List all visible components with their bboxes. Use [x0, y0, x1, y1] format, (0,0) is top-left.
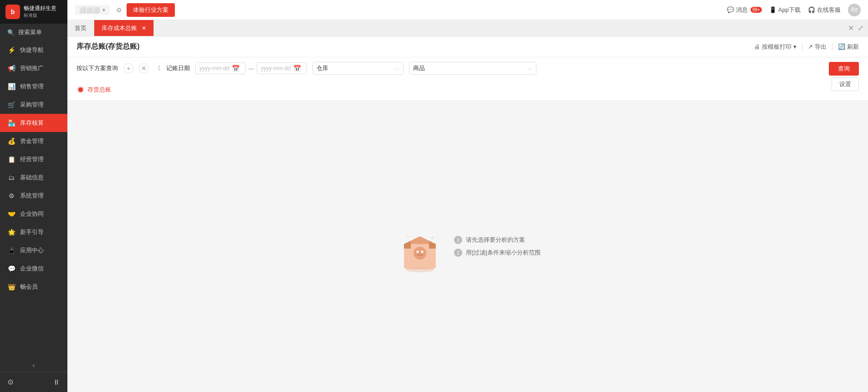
sidebar-item-quicknav[interactable]: ⚡ 快捷导航 [0, 41, 67, 59]
user-avatar-area[interactable]: Rit [848, 4, 861, 16]
sidebar-item-member[interactable]: 👑 畅会员 [0, 278, 67, 296]
svg-point-8 [421, 251, 424, 253]
sidebar-item-system[interactable]: ⚙ 系统管理 [0, 187, 67, 205]
empty-text-group: 1 请先选择要分析的方案 2 用[过滤]条件来缩小分析范围 [454, 236, 540, 257]
sidebar-item-enterprise[interactable]: 🤝 企业协同 [0, 205, 67, 223]
refresh-btn[interactable]: 🔄 刷新 [838, 43, 859, 51]
filter-add-btn[interactable]: + [123, 63, 133, 73]
system-icon: ⚙ [7, 192, 15, 199]
sidebar-item-basic[interactable]: 🗂 基础信息 [0, 168, 67, 187]
industry-btn[interactable]: 体验行业方案 [127, 3, 175, 17]
sidebar-item-label: 系统管理 [20, 192, 44, 200]
query-btn[interactable]: 查询 [829, 62, 859, 76]
tab-inventory-cost-label: 库存成本总账 [102, 24, 137, 32]
sidebar-item-appcenter[interactable]: 📱 应用中心 [0, 241, 67, 260]
sales-icon: 📊 [7, 83, 15, 90]
empty-state: ✦ ✦ 1 请先选择要分析的方案 2 用[过滤]条件来缩小分析范围 [67, 101, 868, 392]
tab-home-label: 首页 [75, 24, 87, 32]
divider [802, 43, 802, 51]
tab-home[interactable]: 首页 [67, 20, 94, 36]
svg-point-7 [417, 251, 419, 253]
tab-close-icon[interactable]: ✕ [142, 25, 146, 31]
sidebar-search-item[interactable]: 🔍 搜索菜单 [0, 24, 67, 41]
sidebar-item-sales[interactable]: 📊 销售管理 [0, 77, 67, 96]
calendar-end-icon: 📅 [293, 65, 301, 72]
svg-point-11 [406, 268, 434, 272]
scheme-item[interactable]: 存货总账 [77, 84, 859, 96]
svg-marker-4 [404, 241, 411, 249]
export-btn[interactable]: ↗ 导出 [808, 43, 827, 51]
export-label: 导出 [815, 43, 827, 51]
settings-btn[interactable]: 设置 [832, 77, 859, 91]
date-separator: — [248, 65, 254, 72]
warehouse-more-icon: ··· [394, 65, 399, 72]
date-end-input[interactable]: yyyy-mm-dd 📅 [257, 62, 307, 74]
sidebar-item-purchase[interactable]: 🛒 采购管理 [0, 96, 67, 114]
sidebar-item-label: 经营管理 [20, 155, 44, 163]
sidebar-item-label: 快捷导航 [20, 46, 44, 54]
top-header: ⬜⬜⬜ ▾ ⚙ 体验行业方案 💬 消息 99+ 📱 App下载 🎧 在线客服 R… [67, 0, 868, 20]
app-download-item[interactable]: 📱 App下载 [769, 6, 801, 14]
tab-close-btn[interactable]: ✕ [848, 24, 854, 32]
online-service-item[interactable]: 🎧 在线客服 [808, 6, 841, 14]
empty-illustration: ✦ ✦ [395, 224, 440, 269]
tab-resize-icon[interactable]: ⤢ [858, 24, 863, 32]
settings-icon[interactable]: ⚙ [7, 378, 14, 387]
app-download-label: App下载 [778, 6, 801, 14]
sidebar-item-newbie[interactable]: 🌟 新手引导 [0, 223, 67, 241]
warehouse-label: 仓库 [317, 64, 328, 72]
sidebar-item-label: 资金管理 [20, 137, 44, 145]
sidebar-nav: 🔍 搜索菜单 ⚡ 快捷导航 📢 营销推广 📊 销售管理 🛒 采购管理 🏪 库存核… [0, 24, 67, 360]
message-icon: 💬 [727, 6, 734, 13]
scroll-indicator: ▼ [0, 360, 67, 372]
sidebar-item-wechat[interactable]: 💬 企业微信 [0, 260, 67, 278]
headset-icon: 🎧 [808, 6, 815, 13]
header-search-area[interactable]: ⬜⬜⬜ ▾ [75, 5, 110, 15]
print-btn[interactable]: 🖨 按模板打印 ▾ [754, 43, 797, 51]
scroll-down-arrow[interactable]: ▼ [31, 363, 36, 368]
filter-remove-btn[interactable]: ✕ [139, 63, 149, 73]
scheme-label: 存货总账 [87, 86, 111, 94]
svg-text:✦: ✦ [406, 235, 409, 239]
warehouse-filter[interactable]: 仓库 ··· [312, 62, 403, 75]
calendar-start-icon: 📅 [232, 65, 240, 72]
empty-step1-text: 请先选择要分析的方案 [466, 236, 525, 244]
avatar: Rit [848, 4, 861, 16]
print-chevron-icon: ▾ [793, 43, 797, 50]
sidebar-item-label: 新手引导 [20, 228, 44, 236]
sidebar-logo: b 畅捷通好生意 标准版 [0, 0, 67, 24]
messages-item[interactable]: 💬 消息 99+ [727, 6, 762, 14]
sidebar-item-operation[interactable]: 📋 经营管理 [0, 150, 67, 168]
sidebar-item-marketing[interactable]: 📢 营销推广 [0, 59, 67, 77]
purchase-icon: 🛒 [7, 101, 15, 108]
filter-collapse-btn[interactable]: 《 [154, 64, 161, 72]
tab-bar: 首页 库存成本总账 ✕ ✕ ⤢ [67, 20, 868, 36]
sidebar-item-inventory[interactable]: 🏪 库存核算 [0, 114, 67, 132]
sidebar-item-label: 畅会员 [20, 283, 38, 291]
gear-icon[interactable]: ⚙ [116, 6, 122, 14]
header-search-text: ⬜⬜⬜ [79, 7, 100, 13]
main-area: ⬜⬜⬜ ▾ ⚙ 体验行业方案 💬 消息 99+ 📱 App下载 🎧 在线客服 R… [67, 0, 868, 392]
phone-icon: 📱 [769, 6, 776, 13]
search-icon: 🔍 [7, 29, 15, 36]
scheme-panel: 存货总账 [67, 79, 868, 101]
sidebar-item-label: 销售管理 [20, 82, 44, 91]
chevron-down-icon: ▾ [102, 7, 105, 13]
goods-filter[interactable]: 商品 ··· [409, 62, 536, 75]
step2-num: 2 [454, 249, 462, 257]
date-range-group: yyyy-mm-dd 📅 — yyyy-mm-dd 📅 [195, 62, 307, 74]
svg-text:✦: ✦ [430, 235, 434, 240]
sidebar-item-label: 企业微信 [20, 265, 44, 273]
sidebar-toggle-icon[interactable]: ⏸ [53, 378, 60, 387]
filter-label: 按以下方案查询 [77, 64, 118, 72]
empty-step2: 2 用[过滤]条件来缩小分析范围 [454, 249, 540, 257]
export-icon: ↗ [808, 43, 813, 50]
date-start-input[interactable]: yyyy-mm-dd 📅 [195, 62, 245, 74]
inventory-icon: 🏪 [7, 119, 15, 127]
page-header-actions: 🖨 按模板打印 ▾ ↗ 导出 🔄 刷新 [754, 43, 859, 51]
tab-inventory-cost[interactable]: 库存成本总账 ✕ [94, 20, 154, 36]
online-service-label: 在线客服 [817, 6, 841, 14]
newbie-icon: 🌟 [7, 229, 15, 236]
empty-step2-text: 用[过滤]条件来缩小分析范围 [466, 249, 540, 257]
sidebar-item-finance[interactable]: 💰 资金管理 [0, 132, 67, 150]
